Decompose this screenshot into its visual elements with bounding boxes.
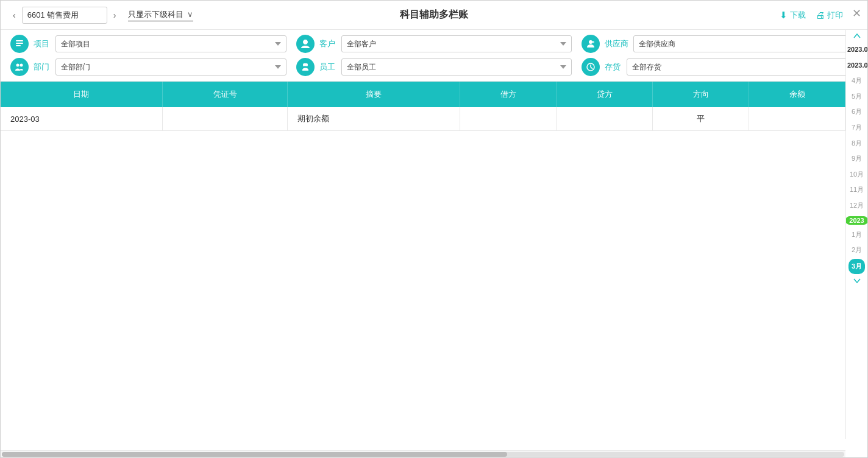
scroll-track <box>2 452 844 457</box>
dept-select[interactable]: 全部部门 <box>55 58 286 76</box>
timeline-item-4[interactable]: 4月 <box>846 73 867 89</box>
svg-point-6 <box>20 64 23 67</box>
close-btn[interactable]: ✕ <box>852 7 861 20</box>
customer-select[interactable]: 全部客户 <box>341 35 572 52</box>
timeline-item-6[interactable]: 6月 <box>846 104 867 120</box>
account-code-label: 6601 销售费用 <box>27 10 79 21</box>
svg-rect-1 <box>16 43 23 44</box>
timeline-item-9[interactable]: 9月 <box>846 151 867 167</box>
cell-summary: 期初余额 <box>288 107 460 131</box>
bottom-scrollbar[interactable] <box>1 450 845 457</box>
print-btn[interactable]: 🖨 打印 <box>816 10 843 21</box>
top-actions: ⬇ 下载 🖨 打印 <box>780 10 843 21</box>
filter-item-supplier: 供应商 全部供应商 <box>582 35 858 53</box>
project-label: 项目 <box>34 38 51 49</box>
cell-direction: 平 <box>653 107 749 131</box>
svg-rect-2 <box>16 45 21 46</box>
table-container: 日期 凭证号 摘要 借方 贷方 方向 余额 2023-03 期初余额 平 <box>1 82 845 131</box>
data-table: 日期 凭证号 摘要 借方 贷方 方向 余额 2023-03 期初余额 平 <box>1 82 845 131</box>
only-sub-filter-label: 只显示下级科目 <box>128 9 183 20</box>
timeline-item-2023-03-top[interactable]: 2023.03 <box>846 42 867 58</box>
cell-balance <box>749 107 845 131</box>
supplier-label: 供应商 <box>605 38 628 49</box>
supplier-icon <box>582 35 600 53</box>
scroll-thumb[interactable] <box>2 452 507 457</box>
timeline-item-2[interactable]: 2月 <box>846 242 867 258</box>
svg-point-5 <box>16 64 20 67</box>
timeline-item-12[interactable]: 12月 <box>846 198 867 214</box>
timeline-item-10[interactable]: 10月 <box>846 167 867 183</box>
year-badge: 2023 <box>845 216 867 225</box>
col-voucher: 凭证号 <box>162 82 288 107</box>
inventory-label: 存货 <box>605 62 622 72</box>
svg-point-4 <box>592 41 594 43</box>
timeline-down-btn[interactable] <box>848 275 866 287</box>
download-icon: ⬇ <box>780 10 788 21</box>
table-row: 2023-03 期初余额 平 <box>1 107 845 131</box>
page-title: 科目辅助多栏账 <box>400 9 468 21</box>
dept-icon <box>10 58 29 76</box>
only-sub-filter-btn[interactable]: 只显示下级科目 ∨ <box>128 9 193 21</box>
project-icon <box>10 35 29 53</box>
timeline-sidebar: 2023.03 2023.03 4月 5月 6月 7月 8月 9月 10月 11… <box>845 30 867 439</box>
col-debit: 借方 <box>460 82 557 107</box>
employee-label: 员工 <box>319 62 336 72</box>
timeline-item-2023-03-top2[interactable]: 2023.03 <box>846 58 867 74</box>
account-code-box[interactable]: 6601 销售费用 <box>22 7 107 24</box>
timeline-item-5[interactable]: 5月 <box>846 89 867 105</box>
cell-date: 2023-03 <box>1 107 162 131</box>
filter-item-employee: 员工 全部员工 <box>296 58 572 76</box>
top-bar: ‹ 6601 销售费用 › 只显示下级科目 ∨ 科目辅助多栏账 ⬇ 下载 🖨 打… <box>1 1 867 30</box>
svg-rect-8 <box>304 66 307 66</box>
year-badge-container: 2023 <box>845 214 867 227</box>
timeline-item-1[interactable]: 1月 <box>846 227 867 243</box>
col-direction: 方向 <box>653 82 749 107</box>
nav-prev-btn[interactable]: ‹ <box>10 9 18 21</box>
nav-next-btn[interactable]: › <box>111 9 119 21</box>
col-date: 日期 <box>1 82 162 107</box>
download-label: 下载 <box>790 10 806 21</box>
chevron-down-icon: ∨ <box>187 10 193 19</box>
supplier-select[interactable]: 全部供应商 <box>633 35 858 52</box>
col-summary: 摘要 <box>288 82 460 107</box>
col-balance: 余额 <box>749 82 845 107</box>
filter-item-customer: 客户 全部客户 <box>296 35 572 53</box>
cell-voucher <box>162 107 288 131</box>
download-btn[interactable]: ⬇ 下载 <box>780 10 806 21</box>
employee-icon <box>296 58 315 76</box>
filter-item-dept: 部门 全部部门 <box>10 58 286 76</box>
timeline-item-3-active[interactable]: 3月 <box>848 259 865 275</box>
filter-item-inventory: 存货 全部存货 <box>582 58 858 76</box>
svg-rect-0 <box>16 40 23 41</box>
print-label: 打印 <box>827 10 843 21</box>
main-window: ‹ 6601 销售费用 › 只显示下级科目 ∨ 科目辅助多栏账 ⬇ 下载 🖨 打… <box>0 0 868 458</box>
timeline-up-btn[interactable] <box>848 30 866 42</box>
cell-debit <box>460 107 557 131</box>
timeline-item-8[interactable]: 8月 <box>846 136 867 152</box>
dept-label: 部门 <box>34 62 51 72</box>
project-select[interactable]: 全部项目 <box>55 35 286 52</box>
print-icon: 🖨 <box>816 10 825 20</box>
inventory-select[interactable]: 全部存货 <box>627 58 858 76</box>
col-credit: 贷方 <box>557 82 653 107</box>
customer-label: 客户 <box>319 38 336 49</box>
filter-bar: 项目 全部项目 客户 全部客户 <box>1 30 867 82</box>
table-header-row: 日期 凭证号 摘要 借方 贷方 方向 余额 <box>1 82 845 107</box>
customer-icon <box>296 35 315 53</box>
cell-credit <box>557 107 653 131</box>
inventory-icon <box>582 58 600 76</box>
employee-select[interactable]: 全部员工 <box>341 58 572 76</box>
timeline-item-7[interactable]: 7月 <box>846 120 867 136</box>
filter-item-project: 项目 全部项目 <box>10 35 286 53</box>
timeline-item-11[interactable]: 11月 <box>846 182 867 198</box>
